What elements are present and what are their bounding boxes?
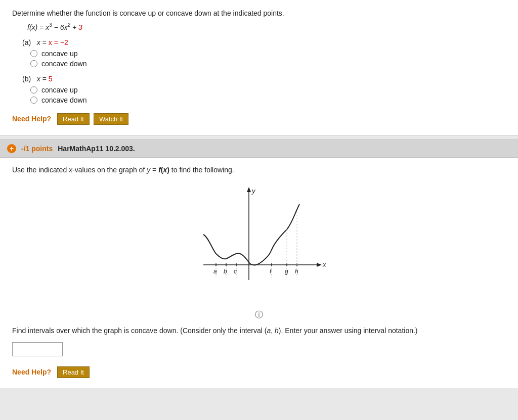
section2-body: Use the indicated x-values on the graph …	[0, 158, 518, 388]
read-it-button-2[interactable]: Read It	[57, 366, 90, 378]
part-a-label-down: concave down	[41, 60, 87, 68]
page-wrapper: Determine whether the function is concav…	[0, 0, 518, 420]
part-b-radio-down[interactable]	[30, 97, 37, 104]
part-a-label-up: concave up	[41, 50, 78, 58]
part-b-option-concave-up[interactable]: concave up	[30, 86, 506, 94]
svg-text:h: h	[295, 268, 298, 275]
find-intervals-text: Find intervals over which the graph is c…	[12, 325, 506, 336]
svg-text:b: b	[224, 268, 227, 275]
answer-input[interactable]	[12, 342, 63, 356]
formula-text: f(x) = x3 − 6x2 + 3	[27, 23, 82, 31]
plus-circle-icon: +	[7, 144, 16, 153]
section2-header: + -/1 points HarMathAp11 10.2.003.	[0, 139, 518, 158]
graph-svg: y x	[188, 184, 330, 300]
svg-marker-4	[317, 263, 322, 267]
need-help-row-2: Need Help? Read It	[12, 366, 506, 378]
part-a-option-concave-up[interactable]: concave up	[30, 50, 506, 58]
part-b-label: (b) x = 5	[22, 75, 506, 83]
part-a-option-concave-down[interactable]: concave down	[30, 60, 506, 68]
part-b-radio-up[interactable]	[30, 86, 37, 94]
part-a-label: (a) x = x = −2	[22, 38, 506, 46]
need-help-row-1: Need Help? Read It Watch It	[12, 113, 506, 125]
svg-marker-1	[247, 187, 251, 192]
svg-text:g: g	[285, 268, 288, 275]
problem-id: HarMathAp11 10.2.003.	[58, 145, 135, 153]
part-a: (a) x = x = −2 concave up concave down	[22, 38, 506, 68]
part-a-radio-up[interactable]	[30, 50, 37, 57]
formula-display: f(x) = x3 − 6x2 + 3	[27, 22, 506, 31]
problem-text: Determine whether the function is concav…	[12, 9, 506, 17]
need-help-label-2: Need Help?	[12, 368, 51, 376]
part-b: (b) x = 5 concave up concave down	[22, 75, 506, 104]
svg-text:x: x	[322, 261, 326, 268]
watch-it-button[interactable]: Watch It	[94, 113, 128, 125]
svg-text:c: c	[234, 268, 237, 275]
part-b-label-up: concave up	[41, 86, 78, 94]
svg-text:y: y	[251, 187, 256, 195]
graph-container: y x	[188, 184, 330, 302]
section1: Determine whether the function is concav…	[0, 0, 518, 135]
part-a-radio-down[interactable]	[30, 60, 37, 67]
part-b-label-down: concave down	[41, 96, 87, 104]
need-help-label-1: Need Help?	[12, 115, 51, 123]
read-it-button-1[interactable]: Read It	[57, 113, 90, 125]
part-b-option-concave-down[interactable]: concave down	[30, 96, 506, 104]
points-text: -/1 points	[21, 145, 53, 153]
graph-info-icon: ⓘ	[12, 310, 506, 320]
svg-text:a: a	[213, 268, 217, 275]
section2-description: Use the indicated x-values on the graph …	[12, 166, 506, 174]
